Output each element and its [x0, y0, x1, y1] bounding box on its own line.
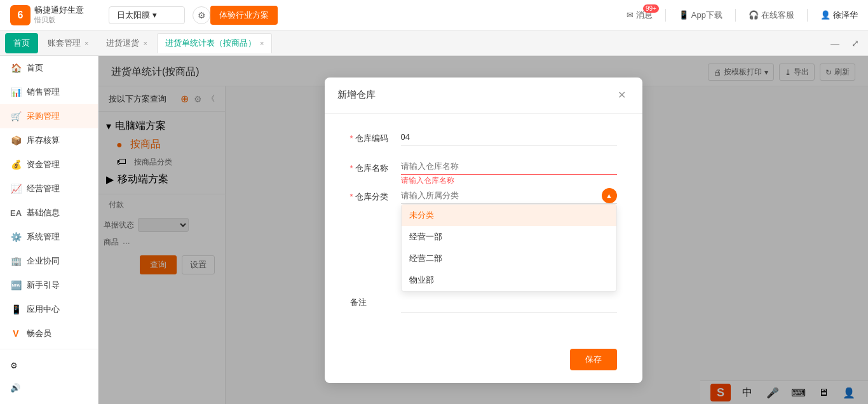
purchase-icon: 🛒 — [10, 111, 22, 122]
sidebar-item-home[interactable]: 🏠 首页 — [0, 56, 98, 80]
modal-body: 仓库编码 仓库名称 请输入仓库名称 仓库分类 — [325, 114, 642, 341]
sidebar-item-guide[interactable]: 🆕 新手引导 — [0, 273, 98, 297]
code-input[interactable] — [401, 129, 617, 145]
tab-home[interactable]: 首页 — [5, 33, 38, 53]
dropdown-item-dept2[interactable]: 经营二部 — [402, 248, 616, 269]
purchase-return-tab-close[interactable]: × — [143, 39, 147, 47]
main-layout: 🏠 首页 📊 销售管理 🛒 采购管理 📦 库存核算 💰 资金管理 📈 经营管理 … — [0, 56, 868, 404]
home-tab-label: 首页 — [13, 37, 30, 49]
sidebar-sales-label: 销售管理 — [27, 86, 60, 98]
sidebar-item-basic-info[interactable]: EA 基础信息 — [0, 201, 98, 225]
guide-icon: 🆕 — [10, 279, 22, 291]
code-field-row: 仓库编码 — [350, 129, 617, 145]
volume-icon: 🔊 — [10, 383, 20, 393]
sidebar-item-app-center[interactable]: 📱 应用中心 — [0, 297, 98, 321]
note-input[interactable] — [401, 293, 617, 313]
divider3 — [807, 9, 808, 22]
name-field-row: 仓库名称 请输入仓库名称 — [350, 158, 617, 175]
sidebar-item-operations[interactable]: 📈 经营管理 — [0, 177, 98, 201]
new-warehouse-modal: 新增仓库 ✕ 仓库编码 仓库名称 — [325, 77, 642, 383]
tab-accounts[interactable]: 账套管理 × — [39, 33, 97, 53]
accounts-tab-close[interactable]: × — [85, 39, 88, 47]
name-label: 仓库名称 — [350, 159, 401, 174]
sidebar: 🏠 首页 📊 销售管理 🛒 采购管理 📦 库存核算 💰 资金管理 📈 经营管理 … — [0, 56, 98, 404]
category-label: 仓库分类 — [350, 187, 401, 203]
sidebar-bottom: ⚙ 🔊 — [0, 349, 98, 404]
tab-bar: 首页 账套管理 × 进货退货 × 进货单统计表（按商品） × — ⤢ — [0, 30, 868, 56]
app-download-btn[interactable]: 📱 App下载 — [679, 10, 722, 21]
sidebar-item-system[interactable]: ⚙️ 系统管理 — [0, 225, 98, 249]
sidebar-item-enterprise[interactable]: 🏢 企业协同 — [0, 249, 98, 273]
operations-icon: 📈 — [10, 183, 22, 194]
sidebar-finance-label: 资金管理 — [27, 159, 60, 170]
sidebar-basic-info-label: 基础信息 — [27, 207, 60, 219]
sidebar-item-inventory[interactable]: 📦 库存核算 — [0, 128, 98, 152]
home-icon: 🏠 — [10, 62, 22, 74]
sidebar-item-finance[interactable]: 💰 资金管理 — [0, 152, 98, 177]
store-selector[interactable]: 日太阳膜 ▾ — [109, 6, 185, 24]
sidebar-item-sales[interactable]: 📊 销售管理 — [0, 80, 98, 104]
divider2 — [735, 9, 736, 22]
notification-badge: 99+ — [643, 4, 659, 13]
purchase-return-tab-label: 进货退货 — [106, 37, 139, 49]
dropdown-item-dept3[interactable]: 物业部 — [402, 269, 616, 291]
purchase-stats-tab-close[interactable]: × — [260, 39, 264, 47]
basic-info-icon: EA — [10, 207, 22, 219]
modal-header: 新增仓库 ✕ — [325, 77, 642, 114]
logo-area: 6 畅捷通好生意 惜贝版 — [10, 5, 109, 25]
settings-bottom-icon: ⚙ — [10, 361, 18, 370]
modal-title: 新增仓库 — [337, 89, 376, 101]
sidebar-enterprise-label: 企业协同 — [27, 255, 60, 267]
purchase-stats-tab-label: 进货单统计表（按商品） — [165, 37, 256, 49]
dropdown-item-dept1[interactable]: 经营一部 — [402, 226, 616, 248]
tab-minimize-btn[interactable]: — — [827, 36, 843, 51]
message-icon: ✉ — [627, 10, 634, 20]
category-dropdown-list: 未分类 经营一部 经营二部 物业部 — [401, 204, 617, 292]
app-logo-icon: 6 — [10, 5, 31, 25]
sidebar-operations-label: 经营管理 — [27, 183, 60, 194]
modal-close-btn[interactable]: ✕ — [614, 88, 630, 103]
name-input[interactable] — [401, 158, 617, 175]
user-avatar-icon: 👤 — [820, 10, 831, 20]
category-input[interactable] — [401, 187, 617, 204]
store-dropdown-icon: ▾ — [153, 10, 157, 20]
try-industry-button[interactable]: 体验行业方案 — [210, 6, 278, 25]
store-name: 日太阳膜 — [117, 10, 150, 21]
tab-purchase-return[interactable]: 进货退货 × — [98, 33, 155, 53]
settings-icon-btn[interactable]: ⚙ — [193, 6, 210, 24]
tab-maximize-btn[interactable]: ⤢ — [848, 36, 863, 51]
sidebar-home-label: 首页 — [27, 62, 43, 74]
divider — [665, 9, 666, 22]
sidebar-item-vip[interactable]: V 畅会员 — [0, 321, 98, 346]
category-dropdown-toggle[interactable]: ▲ — [602, 188, 617, 203]
customer-service-btn[interactable]: 🎧 在线客服 — [749, 10, 794, 21]
customer-service-label: 在线客服 — [761, 10, 794, 21]
dropdown-item-unclassified[interactable]: 未分类 — [402, 205, 616, 226]
save-button[interactable]: 保存 — [570, 349, 617, 370]
sidebar-volume-btn[interactable]: 🔊 — [0, 377, 98, 399]
category-field-row: 仓库分类 ▲ 未分类 经营一部 经营二部 物业部 — [350, 187, 617, 204]
modal-footer: 保存 — [325, 341, 642, 383]
user-profile-btn[interactable]: 👤 徐泽华 — [820, 10, 858, 21]
app-download-label: App下载 — [691, 10, 722, 21]
top-header: 6 畅捷通好生意 惜贝版 日太阳膜 ▾ ⚙ 体验行业方案 ✉ 消息 99+ 📱 … — [0, 0, 868, 30]
sidebar-settings-btn[interactable]: ⚙ — [0, 354, 98, 377]
inventory-icon: 📦 — [10, 135, 22, 146]
sidebar-system-label: 系统管理 — [27, 231, 60, 243]
app-sub: 惜贝版 — [34, 15, 84, 25]
sidebar-app-center-label: 应用中心 — [27, 304, 60, 315]
system-icon: ⚙️ — [10, 231, 22, 243]
content-area: 进货单统计(按商品) 🖨 按模板打印 ▾ ⤓ 导出 ↻ 刷新 — [98, 56, 868, 404]
accounts-tab-label: 账套管理 — [48, 37, 81, 49]
finance-icon: 💰 — [10, 159, 22, 170]
tab-bar-actions: — ⤢ — [827, 36, 863, 51]
modal-overlay[interactable]: 新增仓库 ✕ 仓库编码 仓库名称 — [98, 56, 868, 404]
vip-icon: V — [10, 328, 22, 339]
notification-btn[interactable]: ✉ 消息 99+ — [627, 10, 653, 21]
sidebar-inventory-label: 库存核算 — [27, 135, 60, 146]
sidebar-item-purchase[interactable]: 🛒 采购管理 — [0, 104, 98, 128]
note-field-row: 备注 — [350, 293, 617, 313]
sales-icon: 📊 — [10, 86, 22, 98]
tab-purchase-stats[interactable]: 进货单统计表（按商品） × — [157, 33, 272, 53]
phone-icon: 📱 — [679, 10, 689, 20]
